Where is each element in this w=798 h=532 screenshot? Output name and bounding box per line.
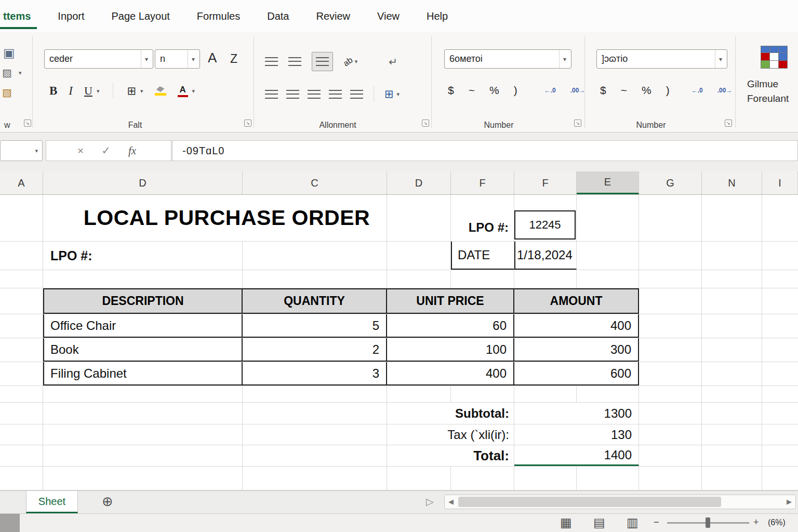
- cell[interactable]: [0, 195, 43, 241]
- cell-date-value[interactable]: 1/18,2024: [514, 242, 577, 270]
- merge-dropdown-icon[interactable]: ▾: [397, 91, 400, 98]
- cell[interactable]: [0, 314, 43, 338]
- cell[interactable]: [762, 314, 798, 338]
- comma-button[interactable]: ): [514, 84, 517, 97]
- cell[interactable]: [702, 386, 762, 402]
- percent-button-2[interactable]: %: [642, 84, 651, 97]
- cell[interactable]: [0, 288, 43, 314]
- cell-lpo-number-label[interactable]: LPO #:: [451, 195, 514, 241]
- cell-header-quantity[interactable]: QUANTITY: [243, 288, 387, 314]
- cell[interactable]: [577, 242, 639, 270]
- cell[interactable]: [577, 386, 639, 402]
- cell[interactable]: [243, 467, 387, 490]
- font-name-combobox[interactable]: ceder ▾: [44, 49, 153, 69]
- insert-function-icon[interactable]: fx: [128, 144, 136, 157]
- zoom-out-icon[interactable]: −: [654, 517, 659, 528]
- cell[interactable]: [639, 362, 702, 385]
- cell[interactable]: [0, 403, 43, 424]
- cell-unit-price-0[interactable]: 60: [387, 314, 514, 338]
- cell[interactable]: [762, 270, 798, 288]
- cancel-icon[interactable]: ×: [77, 144, 84, 157]
- accounting-button[interactable]: ~: [469, 84, 475, 97]
- cell-lpo-label-2[interactable]: LPO #:: [43, 242, 243, 270]
- cell[interactable]: [702, 338, 762, 362]
- zoom-slider-thumb[interactable]: [706, 517, 710, 528]
- shrink-font-button[interactable]: Z: [230, 52, 237, 66]
- cell-header-unit-price[interactable]: UNIT PRICE: [387, 288, 514, 314]
- cell-quantity-1[interactable]: 2: [243, 338, 387, 362]
- increase-decimal-icon-2[interactable]: ←.0: [691, 87, 703, 94]
- cell[interactable]: [387, 195, 451, 241]
- cell-document-title[interactable]: LOCAL PURCHASE ORDER: [43, 195, 387, 241]
- cell[interactable]: [243, 424, 387, 445]
- cell[interactable]: [639, 288, 702, 314]
- format-painter-icon[interactable]: ▧: [2, 86, 12, 99]
- sheet-nav-icon[interactable]: ▷: [426, 496, 434, 508]
- column-header-8[interactable]: N: [702, 171, 762, 194]
- cell[interactable]: [43, 445, 243, 466]
- number-dialog-launcher[interactable]: ↘: [574, 119, 581, 127]
- cell-description-2[interactable]: Filing Cabinet: [43, 362, 243, 385]
- cell[interactable]: [702, 242, 762, 270]
- merge-center-icon[interactable]: ⊞: [384, 88, 394, 100]
- align-top-icon[interactable]: [265, 57, 278, 66]
- cell[interactable]: [702, 403, 762, 424]
- scroll-right-icon[interactable]: ▶: [787, 498, 792, 506]
- cell-amount-1[interactable]: 300: [514, 338, 639, 362]
- chevron-down-icon[interactable]: ▾: [559, 50, 566, 68]
- cell[interactable]: [0, 338, 43, 362]
- page-break-view-icon[interactable]: ▥: [627, 515, 639, 530]
- cell[interactable]: [387, 386, 451, 402]
- menu-tab-data[interactable]: Data: [267, 10, 289, 22]
- cell-tax-value[interactable]: 130: [514, 424, 639, 445]
- cell-total-value[interactable]: 1400: [514, 445, 639, 466]
- percent-button[interactable]: %: [489, 84, 499, 97]
- cell[interactable]: [451, 386, 514, 402]
- font-size-combobox[interactable]: n ▾: [155, 49, 200, 69]
- menu-tab-insert[interactable]: Inport: [58, 10, 84, 22]
- cell[interactable]: [639, 270, 702, 288]
- cell[interactable]: [243, 242, 387, 270]
- cell-total-label[interactable]: Total:: [387, 445, 514, 466]
- decrease-decimal-icon[interactable]: .00→: [570, 87, 586, 94]
- cell[interactable]: [43, 467, 243, 490]
- menu-tab-formulas[interactable]: Formules: [197, 10, 240, 22]
- cell[interactable]: [702, 445, 762, 466]
- alignment-dialog-launcher[interactable]: ↘: [422, 119, 429, 127]
- align-left-icon[interactable]: [265, 90, 278, 99]
- column-header-2[interactable]: C: [243, 171, 387, 194]
- cell[interactable]: [639, 467, 702, 490]
- cell[interactable]: [639, 403, 702, 424]
- cell-quantity-2[interactable]: 3: [243, 362, 387, 385]
- increase-indent-icon[interactable]: [350, 90, 363, 99]
- cell[interactable]: [0, 386, 43, 402]
- cell[interactable]: [639, 314, 702, 338]
- cell[interactable]: [762, 467, 798, 490]
- bold-button[interactable]: B: [49, 84, 57, 98]
- cell[interactable]: [639, 445, 702, 466]
- conditional-formatting-icon[interactable]: [761, 46, 788, 69]
- cell[interactable]: [0, 424, 43, 445]
- cell-amount-2[interactable]: 600: [514, 362, 639, 385]
- cell[interactable]: [451, 270, 514, 288]
- cell[interactable]: [762, 362, 798, 385]
- cell[interactable]: [762, 288, 798, 314]
- column-header-0[interactable]: A: [0, 171, 43, 194]
- grow-font-button[interactable]: A: [208, 50, 217, 66]
- cell-subtotal-value[interactable]: 1300: [514, 403, 639, 424]
- cell[interactable]: [387, 270, 451, 288]
- cell[interactable]: [639, 195, 702, 241]
- align-center-icon[interactable]: [286, 90, 299, 99]
- cell[interactable]: [43, 270, 243, 288]
- font-color-button[interactable]: A: [178, 85, 188, 97]
- column-header-6-selected[interactable]: E: [577, 171, 639, 194]
- cell-unit-price-1[interactable]: 100: [387, 338, 514, 362]
- menu-tab-home[interactable]: ttems: [3, 10, 31, 22]
- decrease-decimal-icon-2[interactable]: .00→: [717, 87, 733, 94]
- normal-view-icon[interactable]: ▦: [560, 515, 572, 530]
- currency-button-2[interactable]: $: [600, 84, 606, 97]
- zoom-in-icon[interactable]: +: [753, 517, 759, 528]
- increase-decimal-icon[interactable]: ←.0: [544, 87, 556, 94]
- horizontal-scrollbar[interactable]: ◀ ▶: [444, 495, 796, 509]
- cell[interactable]: [0, 270, 43, 288]
